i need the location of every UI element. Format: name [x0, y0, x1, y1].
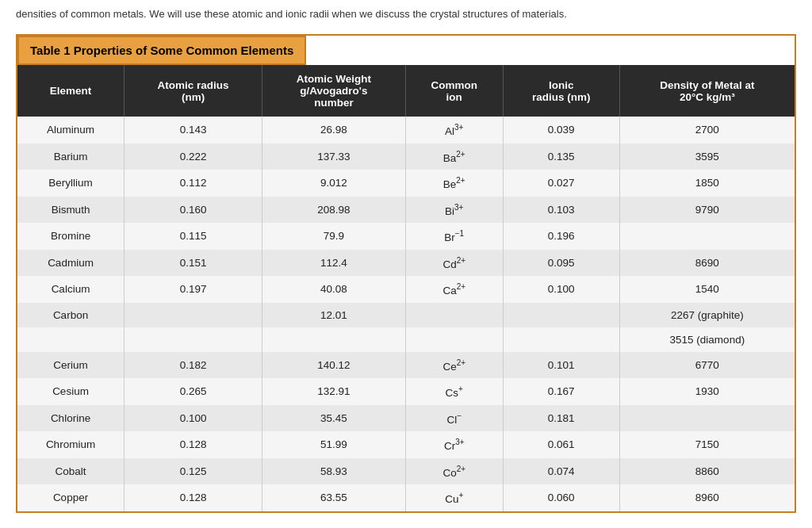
- cell-ionic-radius: 0.095: [503, 250, 619, 277]
- cell-element: Calcium: [17, 276, 124, 303]
- col-header-common-ion: Commonion: [405, 65, 503, 117]
- cell-element: Bismuth: [17, 197, 124, 224]
- cell-common-ion: Cl−: [405, 405, 503, 432]
- cell-common-ion: Ba2+: [405, 143, 503, 170]
- cell-common-ion: Ce2+: [405, 352, 503, 379]
- col-header-ionic-radius: Ionicradius (nm): [503, 65, 619, 117]
- cell-atomic-radius: 0.151: [124, 250, 262, 277]
- cell-density: 1930: [619, 378, 795, 405]
- table-row: Cadmium0.151112.4Cd2+0.0958690: [17, 250, 795, 277]
- table-container: Table 1 Properties of Some Common Elemen…: [16, 34, 796, 513]
- cell-ionic-radius: [503, 303, 619, 327]
- cell-density: [619, 223, 795, 250]
- table-row: Cesium0.265132.91Cs+0.1671930: [17, 378, 795, 405]
- cell-atomic-weight: 79.9: [262, 223, 406, 250]
- table-row: Bismuth0.160208.98Bi3+0.1039790: [17, 197, 795, 224]
- cell-atomic-weight: 137.33: [262, 143, 406, 170]
- cell-common-ion: Ca2+: [405, 276, 503, 303]
- cell-ionic-radius: [503, 327, 619, 352]
- cell-common-ion: Cr3+: [405, 431, 503, 458]
- cell-density: 8960: [619, 484, 795, 511]
- cell-atomic-radius: 0.222: [124, 143, 262, 170]
- cell-element: Bromine: [17, 223, 124, 250]
- cell-atomic-weight: 35.45: [262, 405, 406, 432]
- cell-atomic-radius: 0.128: [124, 484, 262, 511]
- col-header-atomic-weight: Atomic Weightg/Avogadro'snumber: [262, 65, 406, 117]
- cell-atomic-radius: 0.182: [124, 352, 262, 379]
- cell-atomic-weight: 58.93: [262, 458, 406, 485]
- cell-density: [619, 405, 795, 432]
- cell-element: Aluminum: [17, 117, 124, 143]
- cell-common-ion: Bi3+: [405, 197, 503, 224]
- cell-element: Cesium: [17, 378, 124, 405]
- table-row: Carbon12.012267 (graphite): [17, 303, 795, 327]
- cell-density: 1540: [619, 276, 795, 303]
- col-header-element: Element: [17, 65, 124, 117]
- table-row: Calcium0.19740.08Ca2+0.1001540: [17, 276, 795, 303]
- cell-atomic-weight: 12.01: [262, 303, 406, 327]
- cell-common-ion: Cs+: [405, 378, 503, 405]
- cell-ionic-radius: 0.181: [503, 405, 619, 432]
- cell-common-ion: Cu+: [405, 484, 503, 511]
- cell-element: Beryllium: [17, 170, 124, 197]
- cell-atomic-weight: 26.98: [262, 117, 406, 143]
- cell-atomic-weight: 208.98: [262, 197, 406, 224]
- cell-density: 3595: [619, 143, 795, 170]
- cell-ionic-radius: 0.027: [503, 170, 619, 197]
- cell-atomic-radius: 0.100: [124, 405, 262, 432]
- table-row: Chromium0.12851.99Cr3+0.0617150: [17, 431, 795, 458]
- cell-element: Copper: [17, 484, 124, 511]
- cell-atomic-weight: 140.12: [262, 352, 406, 379]
- cell-ionic-radius: 0.060: [503, 484, 619, 511]
- cell-density: 2267 (graphite): [619, 303, 795, 327]
- cell-density: 8690: [619, 250, 795, 277]
- table-row: Cerium0.182140.12Ce2+0.1016770: [17, 352, 795, 379]
- cell-element: Barium: [17, 143, 124, 170]
- cell-atomic-weight: [262, 327, 406, 352]
- cell-atomic-radius: 0.160: [124, 197, 262, 224]
- cell-density: 9790: [619, 197, 795, 224]
- cell-atomic-weight: 40.08: [262, 276, 406, 303]
- cell-atomic-radius: 0.197: [124, 276, 262, 303]
- cell-atomic-radius: 0.112: [124, 170, 262, 197]
- table-row: 3515 (diamond): [17, 327, 795, 352]
- cell-common-ion: Co2+: [405, 458, 503, 485]
- properties-table: Element Atomic radius(nm) Atomic Weightg…: [17, 65, 795, 511]
- table-title: Table 1 Properties of Some Common Elemen…: [17, 36, 306, 65]
- cell-atomic-radius: 0.143: [124, 117, 262, 143]
- table-row: Aluminum0.14326.98Al3+0.0392700: [17, 117, 795, 143]
- table-header-row: Element Atomic radius(nm) Atomic Weightg…: [17, 65, 795, 117]
- cell-atomic-weight: 51.99: [262, 431, 406, 458]
- cell-common-ion: Be2+: [405, 170, 503, 197]
- cell-density: 8860: [619, 458, 795, 485]
- table-row: Copper0.12863.55Cu+0.0608960: [17, 484, 795, 511]
- cell-common-ion: Cd2+: [405, 250, 503, 277]
- intro-text: densities of common metals. We will use …: [16, 8, 796, 20]
- cell-density: 3515 (diamond): [619, 327, 795, 352]
- cell-element: Cerium: [17, 352, 124, 379]
- cell-ionic-radius: 0.061: [503, 431, 619, 458]
- cell-ionic-radius: 0.196: [503, 223, 619, 250]
- col-header-atomic-radius: Atomic radius(nm): [124, 65, 262, 117]
- cell-density: 2700: [619, 117, 795, 143]
- cell-common-ion: Al3+: [405, 117, 503, 143]
- cell-ionic-radius: 0.135: [503, 143, 619, 170]
- cell-atomic-radius: 0.265: [124, 378, 262, 405]
- table-row: Chlorine0.10035.45Cl−0.181: [17, 405, 795, 432]
- table-row: Barium0.222137.33Ba2+0.1353595: [17, 143, 795, 170]
- cell-density: 7150: [619, 431, 795, 458]
- cell-element: Chlorine: [17, 405, 124, 432]
- table-row: Bromine0.11579.9Br−10.196: [17, 223, 795, 250]
- table-row: Cobalt0.12558.93Co2+0.0748860: [17, 458, 795, 485]
- cell-atomic-radius: 0.125: [124, 458, 262, 485]
- cell-atomic-weight: 132.91: [262, 378, 406, 405]
- cell-atomic-radius: [124, 327, 262, 352]
- cell-common-ion: Br−1: [405, 223, 503, 250]
- cell-density: 1850: [619, 170, 795, 197]
- cell-ionic-radius: 0.074: [503, 458, 619, 485]
- cell-atomic-radius: [124, 303, 262, 327]
- cell-atomic-weight: 9.012: [262, 170, 406, 197]
- cell-ionic-radius: 0.100: [503, 276, 619, 303]
- table-row: Beryllium0.1129.012Be2+0.0271850: [17, 170, 795, 197]
- cell-common-ion: [405, 303, 503, 327]
